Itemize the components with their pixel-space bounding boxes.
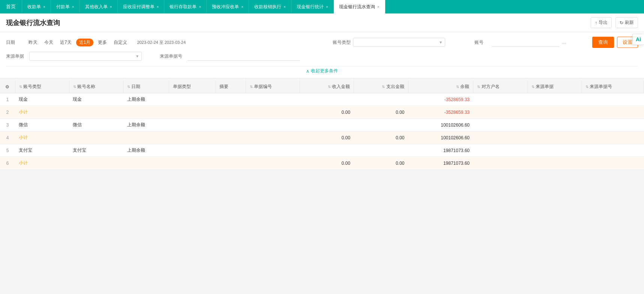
cell-source-doc-no	[582, 93, 644, 106]
col-summary: 摘要	[216, 81, 246, 93]
query-button[interactable]: 查询	[592, 37, 614, 48]
sort-icon: ⇅	[250, 85, 253, 89]
date-btn-yesterday[interactable]: 昨天	[26, 39, 40, 46]
page-header: 现金银行流水查询 ↑ 导出 ↻ 刷新	[0, 13, 644, 32]
account-more-button[interactable]: ...	[559, 38, 569, 46]
refresh-icon: ↻	[620, 20, 623, 25]
cell-summary	[216, 144, 246, 157]
col-source-doc[interactable]: ⇅ 来源单据	[527, 81, 581, 93]
close-icon[interactable]: ×	[199, 5, 201, 9]
cell-counterpart	[473, 144, 527, 157]
nav-home[interactable]: 首页	[0, 0, 22, 13]
col-doc-no[interactable]: ⇅ 单据编号	[246, 81, 300, 93]
cell-date: 上期余额	[123, 119, 169, 131]
row-num: 5	[0, 144, 15, 157]
col-doc-type: 单据类型	[169, 81, 216, 93]
header-actions: ↑ 导出 ↻ 刷新	[591, 17, 638, 28]
nav-tab-yushouchong[interactable]: 预收冲应收单 ×	[207, 0, 249, 13]
source-doc-no-input[interactable]	[188, 52, 300, 61]
cell-doc-no	[246, 106, 300, 119]
col-account-name[interactable]: ⇅ 账号名称	[69, 81, 123, 93]
account-type-label: 账号类型	[333, 39, 351, 46]
nav-tab-shoukuandan[interactable]: 收款单 ×	[22, 0, 51, 13]
cell-date: 上期余额	[123, 93, 169, 106]
table-row: 2 小计 0.00 0.00 -3528659.33	[0, 106, 644, 119]
date-btn-1month[interactable]: 近1月	[76, 39, 94, 46]
cell-doc-type	[169, 93, 216, 106]
cell-counterpart	[473, 157, 527, 170]
nav-tab-qitashouru[interactable]: 其他收入单 ×	[80, 0, 118, 13]
cell-income	[300, 144, 354, 157]
date-btn-today[interactable]: 今天	[42, 39, 56, 46]
nav-tab-xianjinyinhang-tongji[interactable]: 现金银行统计 ×	[291, 0, 334, 13]
cell-date	[123, 131, 169, 144]
cell-source-doc	[527, 144, 581, 157]
refresh-button[interactable]: ↻ 刷新	[615, 17, 638, 28]
cell-date	[123, 157, 169, 170]
cell-summary	[216, 157, 246, 170]
cell-doc-no	[246, 157, 300, 170]
close-icon[interactable]: ×	[241, 5, 243, 9]
table-header-row: ⚙ ⇅ 账号类型 ⇅ 账号名称 ⇅ 日期 单据类型 摘要	[0, 81, 644, 93]
col-account-type[interactable]: ⇅ 账号类型	[15, 81, 69, 93]
date-btn-7days[interactable]: 近7天	[58, 39, 74, 46]
collapse-bar[interactable]: ∧ 收起更多条件	[6, 66, 638, 76]
cell-expense	[354, 93, 408, 106]
cell-summary	[216, 93, 246, 106]
col-date[interactable]: ⇅ 日期	[123, 81, 169, 93]
cell-account-name: 现金	[69, 93, 123, 106]
cell-expense: 0.00	[354, 131, 408, 144]
close-icon[interactable]: ×	[326, 5, 328, 9]
account-filter-group: 账号 ...	[474, 38, 572, 47]
col-expense[interactable]: ⇅ 支出金额	[354, 81, 408, 93]
date-shortcuts: 昨天 今天 近7天 近1月 更多 自定义	[26, 39, 129, 46]
table-row: 5 支付宝 支付宝 上期余额 19871073.60	[0, 144, 644, 157]
account-input[interactable]	[492, 38, 559, 47]
cell-source-doc	[527, 157, 581, 170]
cell-counterpart	[473, 119, 527, 131]
source-doc-select[interactable]: ▾	[29, 52, 142, 61]
close-icon[interactable]: ×	[110, 5, 112, 9]
sort-icon: ⇅	[19, 85, 22, 89]
col-income[interactable]: ⇅ 收入金额	[300, 81, 354, 93]
nav-tab-shoukuanhexiao[interactable]: 收款核销执行 ×	[249, 0, 291, 13]
nav-tab-yinhangcunqu[interactable]: 银行存取款单 ×	[164, 0, 207, 13]
cell-counterpart	[473, 93, 527, 106]
nav-tab-yingshouyingfu[interactable]: 应收应付调整单 ×	[118, 0, 165, 13]
close-icon[interactable]: ×	[72, 5, 74, 9]
col-source-doc-no[interactable]: ⇅ 来源单据号	[582, 81, 644, 93]
col-counterpart[interactable]: ⇅ 对方户名	[473, 81, 527, 93]
cell-balance: -3528659.33	[408, 93, 473, 106]
chevron-down-icon: ▾	[440, 40, 442, 45]
source-doc-no-label: 来源单据号	[160, 53, 182, 60]
cell-expense	[354, 144, 408, 157]
close-icon[interactable]: ×	[377, 5, 380, 9]
export-button[interactable]: ↑ 导出	[591, 17, 612, 28]
col-settings[interactable]: ⚙	[0, 81, 15, 93]
nav-tab-liushuichaxun[interactable]: 现金银行流水查询 ×	[334, 0, 385, 13]
date-btn-custom[interactable]: 自定义	[111, 39, 129, 46]
cell-doc-type	[169, 119, 216, 131]
close-icon[interactable]: ×	[43, 5, 45, 9]
sort-icon: ⇅	[531, 85, 534, 89]
col-balance[interactable]: ⇅ 余额	[408, 81, 473, 93]
table-row: 6 小计 0.00 0.00 19871073.60	[0, 157, 644, 170]
cell-doc-type	[169, 106, 216, 119]
close-icon[interactable]: ×	[157, 5, 159, 9]
cell-expense: 0.00	[354, 157, 408, 170]
sort-icon: ⇅	[73, 85, 76, 89]
cell-source-doc-no	[582, 119, 644, 131]
account-type-select[interactable]: ▾	[353, 38, 445, 47]
filter-area: 日期 昨天 今天 近7天 近1月 更多 自定义 2023-02-24 至 202…	[0, 32, 644, 78]
ai-assistant-badge[interactable]: Ai	[632, 34, 644, 45]
cell-account-name	[69, 106, 123, 119]
cell-source-doc-no	[582, 157, 644, 170]
cell-counterpart	[473, 131, 527, 144]
cell-date: 上期余额	[123, 144, 169, 157]
date-btn-more[interactable]: 更多	[96, 39, 109, 46]
cell-account-name	[69, 131, 123, 144]
row-num: 1	[0, 93, 15, 106]
close-icon[interactable]: ×	[284, 5, 286, 9]
data-table: ⚙ ⇅ 账号类型 ⇅ 账号名称 ⇅ 日期 单据类型 摘要	[0, 81, 644, 170]
nav-tab-fukuandan[interactable]: 付款单 ×	[51, 0, 80, 13]
